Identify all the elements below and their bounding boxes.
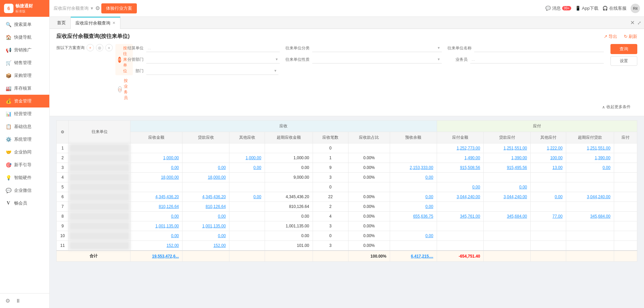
summary-ar-advance[interactable]: 6,417,215.... bbox=[390, 251, 437, 262]
sidebar-item-search[interactable]: 🔍 搜索菜单 bbox=[0, 18, 49, 31]
summary-ar-amount[interactable]: 19,553,472,6... bbox=[130, 251, 182, 262]
sidebar-item-smart[interactable]: 💡 智能硬件 bbox=[0, 171, 49, 184]
table-cell[interactable]: 345,761.00 bbox=[437, 212, 484, 221]
table-cell[interactable]: 915,508.56 bbox=[437, 163, 484, 173]
sidebar-item-purchase[interactable]: 📦 采购管理 bbox=[0, 69, 49, 82]
table-cell[interactable]: 655,636.75 bbox=[390, 212, 437, 221]
table-cell[interactable]: 0.00 bbox=[531, 192, 566, 202]
table-cell[interactable]: 77.00 bbox=[531, 212, 566, 221]
sidebar-item-marketing[interactable]: 📢 营销推广 bbox=[0, 44, 49, 56]
table-cell[interactable]: 0.00 bbox=[390, 173, 437, 182]
jiesuan-input[interactable]: ... bbox=[146, 44, 280, 52]
sidebar: 6 畅捷通财 标准版 🔍 搜索菜单 🏠 快捷导航 📢 营销推广 🛒 销售管理 📦… bbox=[0, 0, 50, 308]
table-cell[interactable]: 0.00 bbox=[130, 163, 182, 173]
table-cell[interactable]: 2,153,333.00 bbox=[390, 163, 437, 173]
table-cell[interactable]: 345,684.00 bbox=[566, 212, 614, 221]
tab-close-icon[interactable]: ✕ bbox=[112, 21, 115, 25]
sidebar-item-quick-nav[interactable]: 🏠 快捷导航 bbox=[0, 31, 49, 44]
table-cell[interactable]: 4,345,436.20 bbox=[182, 192, 229, 202]
filter-settings-button[interactable]: ◎ bbox=[96, 44, 103, 51]
table-cell[interactable]: 1,251,551.00 bbox=[484, 143, 531, 153]
tab-expand-icon[interactable]: ⤢ bbox=[637, 20, 641, 26]
table-cell[interactable]: 0.00 bbox=[390, 231, 437, 241]
settings-button[interactable]: 设置 bbox=[610, 56, 637, 66]
table-cell[interactable]: 13.00 bbox=[531, 163, 566, 173]
unit-name-input[interactable] bbox=[474, 44, 604, 52]
table-cell bbox=[437, 221, 484, 231]
tab-close-window-icon[interactable]: ✕ bbox=[630, 19, 635, 26]
sidebar-item-operation[interactable]: 📊 经营管理 bbox=[0, 107, 49, 120]
messages-button[interactable]: 💬 消息 99+ bbox=[545, 5, 571, 11]
online-service-button[interactable]: 🎧 在线客服 bbox=[602, 5, 627, 11]
table-cell[interactable]: 0.00 bbox=[229, 163, 265, 173]
table-cell[interactable]: 0.00 bbox=[390, 192, 437, 202]
table-settings-icon[interactable]: ⚙ bbox=[61, 130, 64, 134]
unit-category-input[interactable]: ▼ bbox=[312, 44, 442, 52]
table-cell[interactable]: 0.00 bbox=[182, 163, 229, 173]
sidebar-item-basic[interactable]: 📋 基础信息 bbox=[0, 120, 49, 133]
sidebar-item-wechat[interactable]: 💬 企业微信 bbox=[0, 184, 49, 197]
table-cell[interactable]: 0.00 bbox=[182, 212, 229, 221]
table-cell[interactable]: 0.00 bbox=[182, 231, 229, 241]
table-cell[interactable]: 1,000.00 bbox=[229, 153, 265, 163]
table-cell[interactable]: 1,390.00 bbox=[484, 153, 531, 163]
table-cell[interactable]: 0.00 bbox=[130, 231, 182, 241]
table-cell[interactable]: 3,044,240.00 bbox=[484, 192, 531, 202]
table-cell[interactable]: 810,126.64 bbox=[182, 202, 229, 212]
table-cell[interactable]: 1,252,773.00 bbox=[437, 143, 484, 153]
unit-nature-input[interactable]: ▼ bbox=[312, 55, 442, 63]
table-cell[interactable]: 1,001,135.00 bbox=[130, 221, 182, 231]
app-download-button[interactable]: 📱 App下载 bbox=[575, 5, 598, 11]
sidebar-item-sales[interactable]: 🛒 销售管理 bbox=[0, 56, 49, 69]
table-cell[interactable]: 915,495.56 bbox=[484, 163, 531, 173]
refresh-button[interactable]: ↻ 刷新 bbox=[624, 34, 637, 40]
collapse-icon[interactable]: ⏸ bbox=[15, 298, 21, 304]
filter-collapse-button[interactable]: « bbox=[105, 44, 113, 51]
sidebar-item-corp[interactable]: 🤝 企业协同 bbox=[0, 146, 49, 159]
sidebar-item-member[interactable]: V 畅会员 bbox=[0, 197, 49, 210]
salesperson-input[interactable]: ... bbox=[470, 55, 604, 63]
dept-manage-input[interactable]: ▼ bbox=[146, 55, 280, 63]
table-cell[interactable]: 0.00 bbox=[390, 202, 437, 212]
tab-home[interactable]: 首页 bbox=[52, 17, 71, 29]
table-cell[interactable]: 1,251,551.00 bbox=[566, 143, 614, 153]
table-cell[interactable]: 152.00 bbox=[182, 241, 229, 251]
sidebar-item-system[interactable]: ⚙️ 系统管理 bbox=[0, 133, 49, 146]
table-cell[interactable]: 18,000.00 bbox=[182, 173, 229, 182]
th-settings[interactable]: ⚙ bbox=[57, 121, 69, 143]
table-cell[interactable]: 3,044,240.00 bbox=[437, 192, 484, 202]
table-cell[interactable]: 0.00 bbox=[130, 212, 182, 221]
table-cell[interactable]: 1,000.00 bbox=[130, 153, 182, 163]
dropdown-icon[interactable]: ▼ bbox=[90, 6, 94, 11]
dept-input[interactable]: ▼ bbox=[146, 67, 278, 75]
sidebar-item-label: 搜索菜单 bbox=[14, 21, 32, 28]
sidebar-item-guide[interactable]: 🎯 新手引导 bbox=[0, 159, 49, 171]
industry-solution-button[interactable]: 体验行业方案 bbox=[101, 3, 137, 13]
tab-ar-ap[interactable]: 应收应付余额查询 ✕ bbox=[71, 17, 120, 29]
table-cell[interactable]: 1,222.00 bbox=[531, 143, 566, 153]
table-cell[interactable]: 0.00 bbox=[566, 163, 614, 173]
sidebar-item-inventory[interactable]: 🏭 库存核算 bbox=[0, 82, 49, 95]
collapse-more-button[interactable]: ∧ 收起更多条件 bbox=[56, 102, 637, 112]
table-cell[interactable]: 3,044,240.00 bbox=[566, 192, 614, 202]
user-avatar[interactable]: Rit bbox=[631, 4, 640, 13]
table-cell[interactable]: 0.00 bbox=[437, 182, 484, 192]
header-gear-icon[interactable]: ⚙ bbox=[95, 5, 100, 11]
query-button[interactable]: 查询 bbox=[610, 44, 637, 54]
table-cell[interactable]: 100.00 bbox=[531, 153, 566, 163]
sidebar-item-finance[interactable]: 💰 资金管理 bbox=[0, 95, 49, 107]
table-cell[interactable]: 1,001,135.00 bbox=[182, 221, 229, 231]
table-cell: 3 bbox=[313, 173, 348, 182]
table-cell[interactable]: 1,390.00 bbox=[566, 153, 614, 163]
settings-bottom-icon[interactable]: ⚙ bbox=[5, 298, 10, 304]
table-cell[interactable]: 4,345,436.20 bbox=[130, 192, 182, 202]
table-cell[interactable]: 152.00 bbox=[130, 241, 182, 251]
table-cell[interactable]: 0.00 bbox=[484, 182, 531, 192]
add-filter-button[interactable]: + bbox=[87, 44, 94, 51]
table-cell[interactable]: 345,684.00 bbox=[484, 212, 531, 221]
table-cell[interactable]: 810,126.64 bbox=[130, 202, 182, 212]
table-cell[interactable]: 18,000.00 bbox=[130, 173, 182, 182]
table-cell[interactable]: 0.00 bbox=[229, 192, 265, 202]
export-button[interactable]: ↗ 导出 bbox=[604, 34, 617, 40]
table-cell[interactable]: 1,490.00 bbox=[437, 153, 484, 163]
